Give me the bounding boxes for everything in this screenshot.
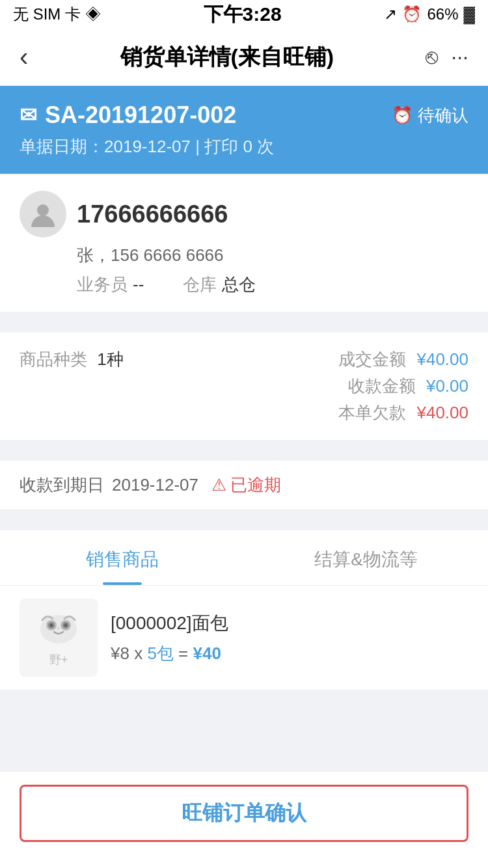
thumb-text: 野+: [36, 652, 81, 668]
due-date-value: 2019-12-07: [112, 475, 198, 495]
debt-amount-label: 本单欠款: [338, 401, 406, 424]
payment-amount-row: 收款金额 ¥0.00: [348, 375, 468, 398]
page-title: 销货单详情(来自旺铺): [120, 42, 334, 72]
status-text: 待确认: [418, 104, 468, 127]
summary-card: 商品种类 1种 成交金额 ¥40.00 收款金额 ¥0.00 本单欠款 ¥40.…: [0, 332, 488, 440]
product-item: 野+ [0000002]面包 ¥8 x 5包 = ¥40: [20, 599, 468, 677]
status-bar: 无 SIM 卡 ◈ 下午3:28 ↗ ⏰ 66% ▓: [0, 0, 488, 29]
battery-icon: ▓: [463, 5, 475, 23]
tab-sales-label: 销售商品: [86, 549, 159, 569]
warehouse-label: 仓库: [183, 273, 217, 296]
customer-meta: 业务员 -- 仓库 总仓: [20, 273, 468, 296]
order-date: 单据日期：2019-12-07 | 打印 0 次: [20, 135, 468, 158]
status-clock-icon: ⏰: [392, 105, 413, 126]
calc-equals: =: [178, 644, 193, 663]
payment-amount-label: 收款金额: [348, 375, 416, 398]
product-calc: ¥8 x 5包 = ¥40: [111, 642, 468, 665]
share-icon[interactable]: ⎋: [426, 45, 438, 69]
customer-phone: 17666666666: [77, 200, 228, 228]
customer-header: 17666666666: [20, 191, 468, 237]
content-area: ✉ SA-20191207-002 ⏰ 待确认 单据日期：2019-12-07 …: [0, 86, 488, 807]
unit-value: 包: [157, 644, 174, 663]
deal-amount-row: 成交金额 ¥40.00: [338, 348, 468, 371]
product-total: ¥40: [193, 644, 221, 663]
product-type-label: 商品种类: [20, 349, 87, 369]
salesperson-value: --: [133, 275, 144, 295]
location-icon: ↗: [384, 5, 397, 23]
divider-1: [0, 312, 488, 322]
amount-fields: 成交金额 ¥40.00 收款金额 ¥0.00 本单欠款 ¥40.00: [338, 348, 468, 424]
tab-sales[interactable]: 销售商品: [0, 530, 244, 585]
warehouse-value: 总仓: [222, 273, 256, 296]
debt-amount-row: 本单欠款 ¥40.00: [338, 401, 468, 424]
svg-point-7: [64, 624, 67, 627]
product-type-value: 1种: [97, 349, 123, 369]
due-date-card: 收款到期日 2019-12-07 ⚠ 已逾期: [0, 461, 488, 509]
sim-label: 无 SIM 卡 ◈: [13, 4, 101, 25]
svg-point-0: [37, 204, 49, 216]
customer-name: 张，156 6666 6666: [20, 244, 468, 267]
divider-3: [0, 509, 488, 520]
order-id: ✉ SA-20191207-002: [20, 102, 236, 129]
product-type-field: 商品种类 1种: [20, 348, 124, 371]
status-bar-time: 下午3:28: [204, 1, 282, 28]
product-quantity: 5包: [147, 644, 178, 663]
divider-2: [0, 440, 488, 450]
alarm-icon: ⏰: [402, 5, 422, 23]
summary-row: 商品种类 1种 成交金额 ¥40.00 收款金额 ¥0.00 本单欠款 ¥40.…: [20, 348, 468, 424]
status-bar-right: ↗ ⏰ 66% ▓: [384, 5, 475, 23]
bottom-area: 旺铺订单确认: [0, 771, 488, 868]
deal-amount-label: 成交金额: [338, 348, 406, 371]
overdue-icon: ⚠: [211, 475, 226, 495]
overdue-badge: ⚠ 已逾期: [211, 474, 281, 496]
warehouse-field: 仓库 总仓: [183, 273, 256, 296]
status-bar-left: 无 SIM 卡 ◈: [13, 4, 101, 25]
tab-settlement-label: 结算&物流等: [314, 549, 418, 569]
tabs-container: 销售商品 结算&物流等: [0, 530, 488, 586]
salesperson-label: 业务员: [77, 273, 128, 296]
product-name: [0000002]面包: [111, 611, 468, 636]
calc-multiply: x: [134, 644, 147, 663]
svg-point-6: [50, 624, 53, 627]
product-thumb-logo: 野+: [36, 608, 81, 668]
confirm-order-button[interactable]: 旺铺订单确认: [20, 785, 468, 842]
quantity-value: 5: [147, 644, 156, 663]
overdue-text: 已逾期: [230, 474, 281, 496]
product-thumbnail: 野+: [20, 599, 98, 677]
order-status: ⏰ 待确认: [392, 104, 468, 127]
more-icon[interactable]: ···: [451, 45, 468, 69]
product-info: [0000002]面包 ¥8 x 5包 = ¥40: [111, 611, 468, 665]
order-header-card: ✉ SA-20191207-002 ⏰ 待确认 单据日期：2019-12-07 …: [0, 86, 488, 174]
avatar: [20, 191, 66, 237]
nav-right: ⎋ ···: [426, 45, 468, 69]
order-icon: ✉: [20, 103, 37, 128]
deal-amount-value: ¥40.00: [416, 349, 468, 370]
nav-bar: ‹ 销货单详情(来自旺铺) ⎋ ···: [0, 29, 488, 86]
tab-settlement[interactable]: 结算&物流等: [244, 530, 488, 585]
product-list: 野+ [0000002]面包 ¥8 x 5包 = ¥40: [0, 586, 488, 690]
order-header-top: ✉ SA-20191207-002 ⏰ 待确认: [20, 102, 468, 129]
nav-left: ‹: [20, 42, 28, 72]
order-id-text: SA-20191207-002: [45, 102, 236, 129]
due-date-label: 收款到期日: [20, 474, 104, 496]
debt-amount-value: ¥40.00: [416, 403, 468, 423]
customer-card: 17666666666 张，156 6666 6666 业务员 -- 仓库 总仓: [0, 175, 488, 312]
payment-amount-value: ¥0.00: [426, 376, 468, 396]
salesperson-field: 业务员 --: [77, 273, 144, 296]
product-price: ¥8: [111, 644, 129, 663]
back-button[interactable]: ‹: [20, 42, 28, 72]
battery-label: 66%: [427, 5, 458, 23]
